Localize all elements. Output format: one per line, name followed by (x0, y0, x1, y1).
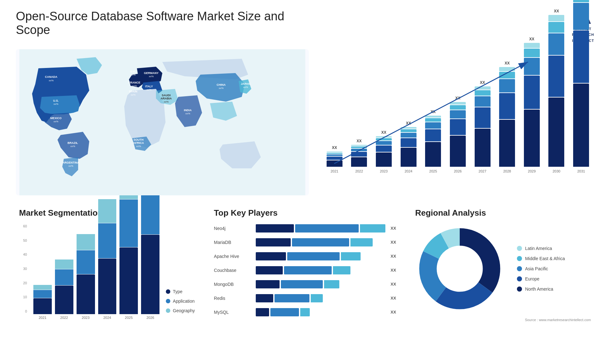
regional-title: Regional Analysis (415, 208, 591, 218)
svg-text:AFRICA: AFRICA (133, 141, 144, 145)
growth-bar-chart: XX 2021 XX (322, 49, 594, 195)
svg-text:FRANCE: FRANCE (128, 81, 140, 84)
legend-geography: Geography (166, 308, 195, 313)
top-key-players: Top Key Players Neo4j XX MariaDB XX (211, 208, 399, 364)
svg-text:GERMANY: GERMANY (144, 71, 159, 75)
reg-label-north-america: North America (525, 286, 553, 292)
player-val-mongodb: XX (390, 282, 396, 286)
svg-text:ARABIA: ARABIA (160, 97, 172, 100)
svg-text:xx%: xx% (146, 88, 151, 91)
svg-text:JAPAN: JAPAN (241, 82, 250, 85)
seg-bar-2023: 2023 (77, 234, 95, 320)
reg-legend-middle-east: Middle East & Africa (517, 256, 565, 261)
player-mariadb: MariaDB XX (214, 238, 396, 246)
legend-dot-geography (166, 308, 170, 313)
bar-2030: XX 2030 (547, 9, 566, 173)
reg-legend-latin-america: Latin America (517, 246, 565, 251)
svg-text:U.S.: U.S. (53, 99, 59, 102)
player-redis: Redis XX (214, 294, 396, 302)
reg-dot-europe (517, 276, 522, 281)
donut-chart (415, 224, 504, 313)
svg-text:xx%: xx% (136, 145, 141, 148)
svg-text:MEXICO: MEXICO (50, 117, 62, 120)
player-bar-mariadb (256, 238, 385, 246)
svg-text:ITALY: ITALY (145, 85, 153, 88)
player-bar-neo4j (256, 224, 385, 233)
player-mongodb: MongoDB XX (214, 280, 396, 288)
bar-2027: XX 2027 (473, 80, 492, 173)
svg-text:xx%: xx% (131, 73, 135, 76)
page-title: Open-Source Database Software Market Siz… (16, 10, 302, 37)
svg-text:SAUDI: SAUDI (162, 94, 171, 97)
legend-label-geography: Geography (173, 308, 195, 313)
seg-bar-2021: 2021 (33, 285, 52, 320)
seg-bar-2024: 2024 (98, 199, 117, 320)
bar-2023: XX 2023 (374, 130, 394, 173)
svg-text:xx%: xx% (164, 100, 168, 103)
player-val-redis: XX (390, 296, 396, 300)
source-text: Source : www.marketresearchintellect.com (415, 318, 591, 322)
bar-2021: XX 2021 (325, 145, 344, 173)
player-val-couchbase: XX (390, 268, 396, 273)
svg-text:BRAZIL: BRAZIL (67, 141, 78, 145)
svg-text:xx%: xx% (53, 103, 58, 105)
player-name-neo4j: Neo4j (214, 226, 252, 231)
player-name-mysql: MySQL (214, 310, 252, 315)
player-couchbase: Couchbase XX (214, 266, 396, 274)
market-segmentation: Market Segmentation 60 50 40 30 20 10 0 (16, 208, 198, 364)
svg-text:xx%: xx% (53, 120, 58, 123)
svg-text:xx%: xx% (219, 87, 223, 90)
legend-label-application: Application (173, 299, 195, 304)
svg-text:xx%: xx% (149, 75, 153, 78)
legend-label-type: Type (173, 289, 182, 294)
svg-text:SPAIN: SPAIN (129, 90, 138, 93)
player-bar-mongodb (256, 280, 385, 288)
map-svg: CANADA xx% U.S. xx% MEXICO xx% BRAZIL xx… (16, 49, 309, 195)
player-bar-redis (256, 294, 385, 302)
players-title: Top Key Players (214, 208, 396, 218)
players-list: Neo4j XX MariaDB XX Apache Hive (214, 224, 396, 316)
bar-2026: XX 2026 (448, 96, 468, 173)
reg-legend-north-america: North America (517, 286, 565, 292)
svg-text:xx%: xx% (132, 84, 137, 87)
reg-dot-latin (517, 246, 522, 251)
reg-label-asia: Asia Pacific (525, 266, 548, 271)
bar-2031: XX 2031 (571, 0, 591, 173)
player-apache-hive: Apache Hive XX (214, 252, 396, 260)
svg-text:xx%: xx% (70, 145, 75, 148)
seg-bar-2022: 2022 (55, 260, 73, 320)
player-val-neo4j: XX (390, 226, 396, 231)
reg-label-latin: Latin America (525, 246, 552, 251)
player-name-mariadb: MariaDB (214, 240, 252, 245)
player-neo4j: Neo4j XX (214, 224, 396, 233)
player-val-apache-hive: XX (390, 254, 396, 259)
player-val-mysql: XX (390, 310, 396, 314)
page-header: Open-Source Database Software Market Siz… (16, 10, 594, 43)
player-name-apache-hive: Apache Hive (214, 254, 252, 259)
player-mysql: MySQL XX (214, 308, 396, 316)
legend-dot-type (166, 289, 170, 294)
seg-legend: Type Application Geography (166, 289, 195, 320)
world-map: CANADA xx% U.S. xx% MEXICO xx% BRAZIL xx… (16, 49, 309, 195)
player-val-mariadb: XX (390, 240, 396, 245)
bar-2025: XX 2025 (423, 110, 443, 173)
reg-label-europe: Europe (525, 276, 539, 281)
reg-dot-north-america (517, 286, 522, 292)
bar-value-2021: XX (332, 145, 337, 150)
svg-text:CHINA: CHINA (217, 83, 226, 86)
svg-text:ARGENTINA: ARGENTINA (62, 161, 79, 164)
legend-type: Type (166, 289, 195, 294)
svg-text:INDIA: INDIA (184, 109, 192, 112)
svg-text:xx%: xx% (131, 93, 135, 96)
player-name-couchbase: Couchbase (214, 268, 252, 273)
svg-text:CANADA: CANADA (45, 75, 57, 78)
player-name-redis: Redis (214, 296, 252, 301)
legend-application: Application (166, 299, 195, 304)
svg-text:xx%: xx% (243, 86, 248, 89)
bar-2024: XX 2024 (399, 121, 418, 173)
reg-legend-europe: Europe (517, 276, 565, 281)
reg-legend-asia-pacific: Asia Pacific (517, 266, 565, 271)
bar-2022: XX 2022 (349, 139, 369, 173)
svg-point-43 (437, 246, 483, 292)
svg-text:xx%: xx% (49, 79, 53, 82)
